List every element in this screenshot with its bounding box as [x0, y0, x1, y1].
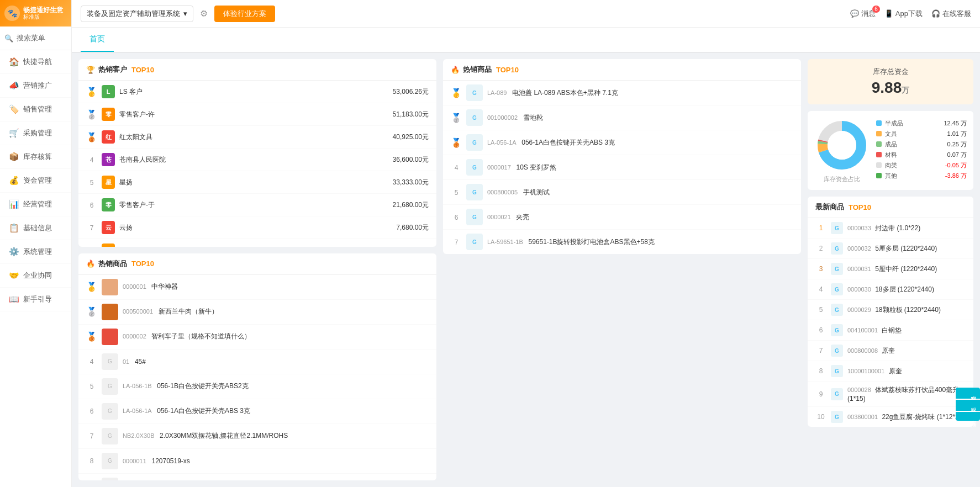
customer-rank-item[interactable]: 7 云 云扬 7,680.00元 [78, 216, 436, 239]
trial-button[interactable]: 体验行业方案 [214, 6, 275, 22]
hot-product-item[interactable]: 8 G 0000011 12070519-xs [78, 449, 436, 474]
rank-medal: 8 [86, 246, 97, 247]
customer-avatar: L [102, 85, 115, 98]
product-name: 电池盖 LA-089 ABS本色+黑种 7.1克 [512, 89, 618, 97]
sidebar-item-collab[interactable]: 🤝 企业协同 [0, 264, 71, 288]
tab-home[interactable]: 首页 [81, 28, 114, 52]
page-tabs: 首页 [72, 28, 980, 52]
new-product-item[interactable]: 5 G 0000029 18颗粒板 (1220*2440) [808, 300, 973, 320]
sidebar-item-basic[interactable]: 📋 基础信息 [0, 216, 71, 240]
app-download-button[interactable]: 📱 App下载 [884, 9, 923, 19]
message-icon: 💬 [850, 9, 859, 18]
new-product-item[interactable]: 4 G 0000030 18多层 (1220*2440) [808, 279, 973, 300]
sidebar-item-system[interactable]: ⚙️ 系统管理 [0, 240, 71, 264]
message-button[interactable]: 💬 消息 6 [850, 9, 876, 19]
customer-rank-item[interactable]: 🥈 零 零售客户-许 51,183.00元 [78, 103, 436, 126]
hot-product-item[interactable]: 🥈 000500001 新西兰牛肉（新牛） [78, 300, 436, 325]
product-name: 45# [135, 358, 146, 366]
hot-product-item[interactable]: 9 G KK-SD22110H 花语萌恒温分腿睡袋（厚款） [78, 474, 436, 480]
hot-product-right-item[interactable]: 🥈 G 001000002 雪地靴 [443, 105, 801, 130]
customer-value: 33,333.00元 [393, 178, 429, 187]
system-selector[interactable]: 装备及固定资产辅助管理系统 ▾ [81, 6, 193, 22]
search-menu-button[interactable]: 🔍 搜索菜单 [4, 31, 67, 45]
hot-product-item[interactable]: 🥇 0000001 中华神器 [78, 275, 436, 300]
rank-number: 8 [815, 367, 826, 375]
sidebar: 🐾 畅捷通好生意 标准版 🔍 搜索菜单 🏠 快捷导航 📣 营销推广 🏷️ 销售管… [0, 0, 72, 487]
hot-product-right-item[interactable]: 7 G LA-59651-1B 59651-1B旋转投影灯电池盒ABS黑色+58… [443, 230, 801, 254]
customer-name: 肖总 [119, 246, 392, 247]
hot-product-right-item[interactable]: 🥇 G LA-089 电池盖 LA-089 ABS本色+黑种 7.1克 [443, 81, 801, 105]
rank-medal: 🥉 [86, 132, 97, 142]
sidebar-item-finance[interactable]: 💰 资金管理 [0, 169, 71, 193]
legend-label: 材料 [885, 151, 944, 159]
sidebar-item-marketing[interactable]: 📣 营销推广 [0, 74, 71, 98]
new-product-item[interactable]: 6 G 004100001 白钢垫 [808, 320, 973, 341]
sidebar-item-inventory[interactable]: 📦 库存核算 [0, 145, 71, 169]
hot-product-item[interactable]: 6 G LA-056-1A 056-1A白色按键开关壳ABS 3克 [78, 399, 436, 424]
customer-rank-item[interactable]: 8 肖 肖总 7,563.00元 [78, 239, 436, 247]
product-icon: G [831, 388, 843, 400]
customer-rank-item[interactable]: 🥉 红 红太阳文具 40,925.00元 [78, 126, 436, 149]
hot-product-right-item[interactable]: 🥉 G LA-056-1A 056-1A白色按键开关壳ABS 3克 [443, 130, 801, 155]
product-code: 0000001 [123, 283, 146, 290]
product-info: 000800008 原奎 [847, 346, 966, 356]
new-product-item[interactable]: 3 G 0000031 5厘中纤 (1220*2440) [808, 259, 973, 279]
legend-item: 成品 0.25 万 [876, 140, 967, 149]
product-info: 01 45# [123, 357, 429, 366]
hot-product-item[interactable]: 4 G 01 45# [78, 350, 436, 374]
product-code: LA-089 [487, 89, 507, 96]
inventory-card: 库存总资金 9.88万 [808, 59, 973, 104]
customer-rank-list: 🥇 L LS 客户 53,006.26元 🥈 零 零售客户-许 51,183.0… [78, 81, 436, 247]
product-image-placeholder: G [466, 84, 483, 101]
customer-avatar: 肖 [102, 244, 115, 247]
float-service-btn1[interactable]: 客服热线 [956, 388, 980, 399]
gear-icon[interactable]: ⚙ [200, 8, 208, 19]
rank-medal: 🥇 [451, 88, 462, 98]
product-info: 0000030 18多层 (1220*2440) [847, 285, 966, 294]
product-icon: G [831, 345, 843, 357]
new-product-item[interactable]: 8 G 10000100001 原奎 [808, 361, 973, 382]
legend-color-dot [876, 141, 882, 147]
customer-name: 零售客户-于 [119, 200, 388, 210]
sidebar-item-home[interactable]: 🏠 快捷导航 [0, 50, 71, 74]
product-image-placeholder: G [466, 234, 483, 250]
hot-customers-card: 🏆 热销客户 TOP10 🥇 L LS 客户 53,006.26元 🥈 零 零售… [78, 59, 436, 247]
legend-value: -0.05 万 [945, 161, 967, 170]
hot-products-card: 🔥 热销商品 TOP10 🥇 0000001 中华神器 🥈 000500001 … [78, 253, 436, 480]
online-service-button[interactable]: 🎧 在线客服 [931, 9, 971, 19]
system-icon: ⚙️ [9, 247, 19, 257]
hot-product-item[interactable]: 5 G LA-056-1B 056-1B白色按键开关壳ABS2克 [78, 374, 436, 399]
product-icon: G [831, 365, 843, 377]
product-image-placeholder: G [102, 478, 118, 480]
customer-value: 36,600.00元 [393, 155, 429, 165]
sidebar-item-guide[interactable]: 📖 新手引导 [0, 288, 71, 311]
product-name: 夹壳 [516, 213, 529, 221]
product-icon: G [831, 304, 843, 316]
customer-rank-item[interactable]: 4 苍 苍南县人民医院 36,600.00元 [78, 149, 436, 171]
new-product-item[interactable]: 2 G 0000032 5厘多层 (1220*2440) [808, 239, 973, 259]
sidebar-item-operations[interactable]: 📊 经营管理 [0, 193, 71, 216]
hot-product-item[interactable]: 7 G NB2.0X30B 2.0X30MM双摆花轴,摆花直径2.1MM/ROH… [78, 424, 436, 449]
hot-product-item[interactable]: 🥉 0000002 智利车子里（规格不知道填什么） [78, 325, 436, 350]
float-service-btn3[interactable]: 直播 [956, 412, 980, 421]
customer-rank-item[interactable]: 5 星 星扬 33,333.00元 [78, 171, 436, 194]
legend-item: 材料 0.07 万 [876, 151, 967, 159]
donut-svg [814, 118, 870, 173]
rank-number: 1 [815, 224, 826, 232]
new-product-item[interactable]: 7 G 000800008 原奎 [808, 341, 973, 361]
product-code: 01 [123, 358, 129, 365]
sidebar-item-sales[interactable]: 🏷️ 销售管理 [0, 98, 71, 121]
hot-product-right-item[interactable]: 4 G 0000017 10S 变刹罗煞 [443, 155, 801, 180]
hot-product-right-item[interactable]: 5 G 000800005 手机测试 [443, 180, 801, 205]
new-product-item[interactable]: 10 G 003800001 22g鱼豆腐-烧烤味 (1*12*20) [808, 407, 973, 427]
hot-product-right-item[interactable]: 6 G 0000021 夹壳 [443, 205, 801, 230]
new-product-item[interactable]: 9 G 0000028 体斌荔枝味苏打饮品400毫升 (1*15) [808, 382, 973, 407]
new-product-item[interactable]: 1 G 0000033 封边带 (1.0*22) [808, 218, 973, 239]
float-service-btn2[interactable]: 服务社区 [956, 400, 980, 411]
product-image-placeholder: G [102, 428, 118, 444]
product-info: 000500001 新西兰牛肉（新牛） [123, 307, 429, 316]
customer-rank-item[interactable]: 6 零 零售客户-于 21,680.00元 [78, 194, 436, 216]
sidebar-item-purchase[interactable]: 🛒 采购管理 [0, 121, 71, 145]
customer-rank-item[interactable]: 🥇 L LS 客户 53,006.26元 [78, 81, 436, 103]
finance-icon: 💰 [9, 176, 19, 186]
